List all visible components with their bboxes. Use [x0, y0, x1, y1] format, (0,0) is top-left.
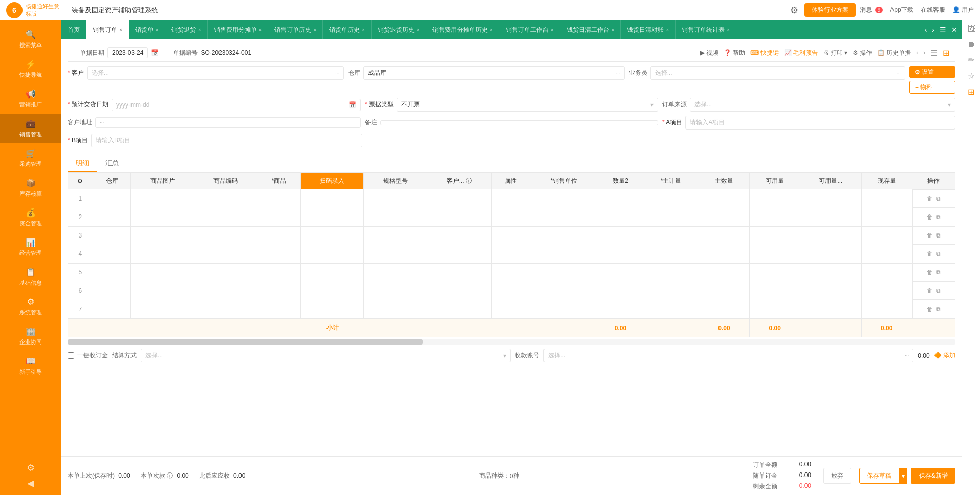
row1-spec[interactable]	[364, 189, 427, 208]
close-reconcile-icon[interactable]: ×	[666, 27, 669, 33]
row4-delete-icon[interactable]: 🗑	[927, 250, 933, 257]
close-expense-history-icon[interactable]: ×	[490, 27, 493, 33]
row1-stock[interactable]	[861, 189, 912, 208]
discard-button[interactable]: 放弃	[823, 468, 851, 484]
tab-stats[interactable]: 销售订单统计表 ×	[676, 20, 736, 39]
row2-code[interactable]	[194, 208, 257, 226]
row2-qty2[interactable]	[598, 208, 643, 226]
tab-invoice-history[interactable]: 销货单历史 ×	[323, 20, 372, 39]
row1-qty2[interactable]	[598, 189, 643, 208]
close-return-icon[interactable]: ×	[198, 27, 201, 33]
tab-summary[interactable]: 汇总	[97, 156, 127, 172]
nav-menu-icon[interactable]: ☰	[938, 25, 948, 35]
doc-date-value[interactable]: 2023-03-24	[107, 47, 148, 58]
save-new-button[interactable]: 保存&新增	[911, 468, 955, 484]
nav-next-doc-icon[interactable]: ›	[923, 49, 925, 56]
row1-main-qty[interactable]	[699, 189, 749, 208]
nav-prev-icon[interactable]: ‹	[923, 25, 929, 35]
payment-method-select[interactable]: 选择... ▾	[141, 349, 511, 362]
account-select[interactable]: 选择... ···	[543, 349, 913, 362]
row5-delete-icon[interactable]: 🗑	[927, 269, 933, 276]
close-stats-icon[interactable]: ×	[727, 27, 730, 33]
row1-attr[interactable]	[491, 189, 530, 208]
industry-button[interactable]: 体验行业方案	[804, 3, 856, 17]
save-draft-dropdown-icon[interactable]: ▾	[899, 468, 907, 484]
right-panel-star-icon[interactable]: ☆	[968, 71, 975, 81]
row1-product[interactable]	[257, 189, 300, 208]
note-input[interactable]	[380, 120, 658, 125]
nav-close-all-icon[interactable]: ✕	[949, 25, 960, 35]
delivery-input[interactable]: yyyy-mm-dd 📅	[112, 99, 361, 111]
close-invoice-icon[interactable]: ×	[156, 27, 159, 33]
app-download-button[interactable]: App下载	[890, 6, 913, 14]
help-btn[interactable]: ❓ 帮助	[724, 49, 745, 57]
close-order-history-icon[interactable]: ×	[313, 27, 316, 33]
row1-unit[interactable]	[530, 189, 598, 208]
row6-copy-icon[interactable]: ⧉	[936, 287, 941, 294]
row3-delete-icon[interactable]: 🗑	[927, 232, 933, 239]
tab-sales-order[interactable]: 销售订单 ×	[86, 20, 129, 39]
user-button[interactable]: 👤 用户	[952, 6, 974, 14]
history-btn[interactable]: 📋 历史单据	[877, 49, 911, 57]
row2-delete-icon[interactable]: 🗑	[927, 213, 933, 221]
b-project-input[interactable]: 请输入B项目	[91, 134, 362, 147]
settings-btn[interactable]: ⚙ 设置	[909, 66, 955, 78]
row2-custom[interactable]	[427, 208, 491, 226]
close-workbench-icon[interactable]: ×	[551, 27, 554, 33]
sidebar-item-purchase[interactable]: 🛒 采购管理	[0, 143, 61, 173]
row2-warehouse[interactable]	[93, 208, 131, 226]
nav-prev-doc-icon[interactable]: ‹	[916, 49, 918, 56]
row2-main-qty[interactable]	[699, 208, 749, 226]
calendar-icon[interactable]: 📅	[151, 49, 159, 56]
right-panel-record-icon[interactable]: ⏺	[967, 40, 975, 49]
tab-return-history[interactable]: 销货退货历史 ×	[372, 20, 426, 39]
row7-copy-icon[interactable]: ⧉	[936, 306, 941, 313]
close-sales-order-icon[interactable]: ×	[119, 27, 122, 33]
a-project-input[interactable]: 请输入A项目	[685, 116, 955, 130]
online-service-button[interactable]: 在线客服	[921, 6, 945, 14]
row2-main-unit[interactable]	[643, 208, 699, 226]
settings-icon[interactable]: ⚙	[790, 5, 798, 16]
row2-attr[interactable]	[491, 208, 530, 226]
shortcut-btn[interactable]: ⌨ 快捷键	[750, 49, 779, 57]
preview-btn[interactable]: ▶ 视频	[700, 49, 718, 57]
add-btn-inline[interactable]: 🔶 添加	[934, 351, 955, 360]
sidebar-collapse-icon[interactable]: ◀	[27, 478, 34, 489]
sidebar-item-guide[interactable]: 📖 新手引导	[0, 351, 61, 381]
row2-product[interactable]	[257, 208, 300, 226]
row1-image[interactable]	[131, 189, 194, 208]
profit-btn[interactable]: 📈 毛利预告	[784, 49, 818, 57]
right-panel-image-icon[interactable]: 🖼	[967, 25, 975, 34]
address-input[interactable]: ···	[95, 117, 361, 128]
row1-custom[interactable]	[427, 189, 491, 208]
tab-expense-history[interactable]: 销售费用分摊单历史 ×	[426, 20, 499, 39]
row2-image[interactable]	[131, 208, 194, 226]
close-daily-clear-icon[interactable]: ×	[612, 27, 615, 33]
sidebar-item-basic[interactable]: 📋 基础信息	[0, 262, 61, 292]
sidebar-item-inventory[interactable]: 📦 库存核算	[0, 173, 61, 203]
list-view-icon[interactable]: ☰	[930, 48, 938, 58]
row2-scan[interactable]	[300, 208, 363, 226]
row2-available[interactable]	[750, 208, 800, 226]
row3-warehouse[interactable]	[93, 226, 131, 245]
row3-copy-icon[interactable]: ⧉	[936, 232, 941, 239]
row1-warehouse[interactable]	[93, 189, 131, 208]
grid-view-icon[interactable]: ⊞	[943, 48, 949, 58]
row1-code[interactable]	[194, 189, 257, 208]
row7-delete-icon[interactable]: 🗑	[927, 306, 933, 313]
operate-btn[interactable]: ⚙ 操作	[853, 49, 872, 57]
nav-next-icon[interactable]: ›	[930, 25, 937, 35]
right-panel-edit-icon[interactable]: ✏	[968, 55, 974, 65]
invoice-select[interactable]: 不开票 ▾	[397, 98, 658, 112]
save-draft-button[interactable]: 保存草稿	[859, 468, 899, 484]
customer-input[interactable]: 选择... ···	[87, 66, 344, 80]
row2-copy-icon[interactable]: ⧉	[936, 213, 941, 221]
tab-workbench[interactable]: 销售订单工作台 ×	[499, 20, 560, 39]
tab-reconcile[interactable]: 钱货日清对账 ×	[621, 20, 676, 39]
sidebar-settings-icon[interactable]: ⚙	[27, 462, 35, 474]
close-invoice-history-icon[interactable]: ×	[362, 27, 365, 33]
tab-detail[interactable]: 明细	[68, 156, 97, 172]
row1-delete-icon[interactable]: 🗑	[927, 195, 933, 202]
sidebar-item-enterprise[interactable]: 🏢 企业协同	[0, 321, 61, 351]
print-btn[interactable]: 🖨 打印 ▾	[823, 49, 847, 57]
